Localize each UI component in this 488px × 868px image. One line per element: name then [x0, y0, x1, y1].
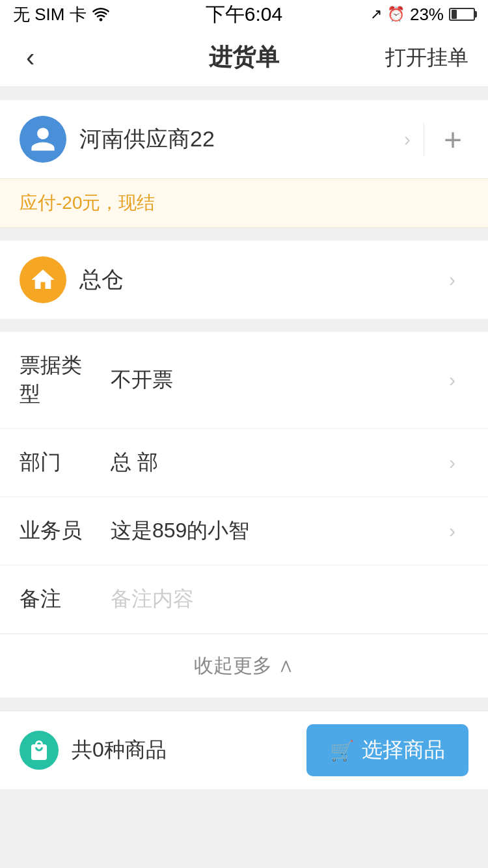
- supplier-row[interactable]: 河南供应商22 › +: [0, 100, 488, 178]
- supplier-name: 河南供应商22: [79, 124, 404, 154]
- status-bar: 无 SIM 卡 下午6:04 ↗ ⏰ 23%: [0, 0, 488, 29]
- open-pending-button[interactable]: 打开挂单: [385, 44, 468, 72]
- chevron-right-icon: ›: [449, 269, 455, 291]
- status-time: 下午6:04: [206, 1, 282, 28]
- shopping-bag-icon: [27, 739, 51, 762]
- fields-section: 票据类型 不开票 › 部门 总 部 › 业务员 这是859的小智 › 备注 备注…: [0, 332, 488, 698]
- department-row[interactable]: 部门 总 部 ›: [0, 429, 488, 497]
- top-separator: [0, 87, 488, 100]
- home-icon: [29, 266, 57, 293]
- warehouse-icon: [20, 256, 66, 303]
- warehouse-name: 总仓: [79, 265, 449, 295]
- salesperson-value: 这是859的小智: [98, 517, 449, 545]
- collapse-button[interactable]: 收起更多 ∧: [0, 634, 488, 698]
- invoice-type-value: 不开票: [98, 366, 449, 394]
- warehouse-section: 总仓 ›: [0, 241, 488, 319]
- note-input[interactable]: 备注内容: [98, 585, 468, 614]
- department-value: 总 部: [98, 448, 449, 477]
- carrier-label: 无 SIM 卡: [13, 3, 87, 26]
- warehouse-row[interactable]: 总仓 ›: [0, 241, 488, 319]
- chevron-right-icon: ›: [449, 452, 455, 474]
- salesperson-row[interactable]: 业务员 这是859的小智 ›: [0, 497, 488, 565]
- wifi-icon: [92, 7, 110, 21]
- add-supplier-button[interactable]: +: [437, 122, 468, 157]
- nav-bar: ‹ 进货单 打开挂单: [0, 29, 488, 87]
- chevron-right-icon: ›: [449, 369, 455, 391]
- status-right: ↗ ⏰ 23%: [370, 5, 475, 25]
- chevron-right-icon: ›: [404, 128, 411, 150]
- product-count: 共0种商品: [72, 736, 306, 765]
- battery-icon: [449, 8, 475, 21]
- supplier-section: 河南供应商22 › + 应付-20元，现结: [0, 100, 488, 228]
- location-icon: ↗: [370, 6, 382, 23]
- status-left: 无 SIM 卡: [13, 3, 110, 26]
- select-product-label: 选择商品: [362, 736, 445, 765]
- invoice-type-label: 票据类型: [20, 351, 98, 409]
- vertical-divider: [424, 123, 424, 156]
- select-product-button[interactable]: 🛒 选择商品: [306, 724, 468, 776]
- battery-percent: 23%: [410, 5, 444, 25]
- note-row[interactable]: 备注 备注内容: [0, 565, 488, 634]
- note-label: 备注: [20, 585, 98, 614]
- chevron-right-icon: ›: [449, 520, 455, 542]
- invoice-type-row[interactable]: 票据类型 不开票 ›: [0, 332, 488, 429]
- department-label: 部门: [20, 448, 98, 477]
- cart-icon-wrapper: [20, 731, 59, 770]
- back-button[interactable]: ‹: [20, 36, 41, 79]
- footer-bar: 共0种商品 🛒 选择商品: [0, 711, 488, 789]
- page-title: 进货单: [209, 42, 279, 74]
- alarm-icon: ⏰: [387, 6, 405, 23]
- bottom-area: [0, 789, 488, 868]
- supplier-notice: 应付-20元，现结: [0, 178, 488, 228]
- supplier-avatar: [20, 116, 66, 163]
- salesperson-label: 业务员: [20, 517, 98, 545]
- person-icon: [29, 125, 57, 154]
- select-product-icon: 🛒: [330, 739, 354, 762]
